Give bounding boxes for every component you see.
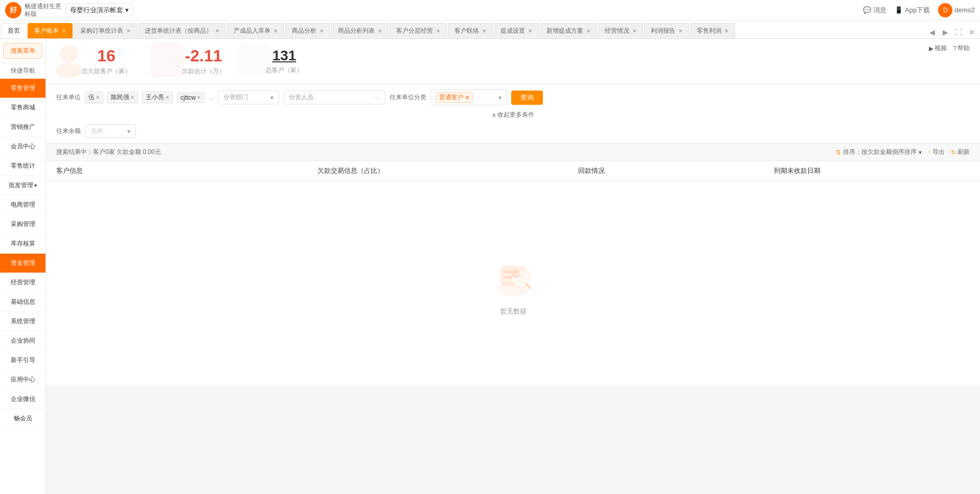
collapse-row: ∧ 收起更多条件 [56,108,970,121]
tab-close-all-button[interactable]: ✕ [966,26,978,38]
tab-product-instock[interactable]: 产成品入库单 ✕ [227,23,284,38]
col-header-customer-info: 客户信息 [56,166,317,175]
tab-profit-report[interactable]: 利润报告 ✕ [644,23,689,38]
help-button[interactable]: ? 帮助 [953,44,970,53]
tag-close-wu[interactable]: ✕ [96,95,100,100]
tab-customer-contact[interactable]: 客户联络 ✕ [448,23,493,38]
message-icon: 💬 [863,6,871,14]
tab-boost-settings[interactable]: 提成设置 ✕ [494,23,539,38]
result-bar: 搜索结果中：客户0家 欠款金额 0.00元 ⇅ 排序：按欠款金额倒序排序 ▾ ↑… [46,144,980,161]
logo-icon: 好 [5,2,21,18]
sidebar-item-vip-member[interactable]: 畅会员 [0,409,45,429]
svg-rect-4 [237,48,275,75]
tab-scroll-right-button[interactable]: ▶ [939,26,951,38]
customers-bg-icon [51,42,87,78]
tab-close-icon[interactable]: ✕ [586,28,590,34]
sidebar-item-retail-mall[interactable]: 零售商城 [0,98,45,118]
avatar: D [938,3,952,17]
tab-close-icon[interactable]: ✕ [632,28,636,34]
collapse-button[interactable]: ∧ 收起更多条件 [488,108,538,121]
classify-tag-normal: 普通客户 ✕ [436,92,473,103]
sidebar-item-operations[interactable]: 经营管理 [0,273,45,293]
sidebar-item-member-center[interactable]: 会员中心 [0,137,45,156]
refresh-button[interactable]: ↻ 刷新 [951,148,970,156]
chevron-down-icon: ▾ [919,149,922,156]
table-body: 暂无数据 [46,181,980,386]
filter-row-2: 往来余额 选择... ▾ [56,124,970,138]
tab-close-icon[interactable]: ✕ [528,28,532,34]
tab-purchase-orders[interactable]: 采购订单统计表 ✕ [74,23,137,38]
balance-filter-label: 往来余额 [56,127,81,136]
tab-close-icon[interactable]: ✕ [482,28,486,34]
balance-select-dropdown[interactable]: 选择... ▾ [85,124,136,138]
tab-close-icon[interactable]: ✕ [274,28,278,34]
result-summary: 搜索结果中：客户0家 欠款金额 0.00元 [56,148,161,156]
tab-close-icon[interactable]: ✕ [378,28,382,34]
sidebar-item-retail-mgmt[interactable]: 零售管理 [0,79,45,98]
sidebar-item-retail-stats[interactable]: 零售统计 [0,156,45,176]
stat-amount-block: ¥ -2.11 欠款合计（万） [162,47,245,76]
filter-tag-chen: 陈民强 ✕ [107,92,138,103]
tab-customer-segment[interactable]: 客户分层经营 ✕ [390,23,447,38]
tab-close-icon[interactable]: ✕ [215,28,219,34]
sidebar-search-button[interactable]: 搜索菜单 [3,43,42,59]
chevron-up-icon: ∧ [492,111,496,119]
sort-selector[interactable]: ⇅ 排序：按欠款金额倒序排序 ▾ [836,148,922,156]
message-button[interactable]: 💬 消息 [863,6,886,15]
sidebar-item-purchase-mgmt[interactable]: 采购管理 [0,215,45,234]
tag-close-classify[interactable]: ✕ [465,94,470,101]
dept-filter-dropdown[interactable]: 分管部门 ▾ [218,91,279,104]
sidebar-quick-nav[interactable]: 快捷导航 [0,63,45,79]
content-area: 16 总欠款客户（家） ¥ -2.11 欠款合计（万） [46,39,980,494]
sidebar-item-new-guide[interactable]: 新手引导 [0,351,45,370]
tab-retail-profit[interactable]: 零售利润 ✕ [690,23,735,38]
tab-new-boost[interactable]: 新增提成方案 ✕ [540,23,597,38]
tab-scroll-left-button[interactable]: ◀ [926,26,938,38]
manager-filter-dropdown[interactable]: 分管人员 ··· [283,91,385,104]
tag-close-wang[interactable]: ✕ [165,95,169,100]
video-help-button[interactable]: ▶ 视频 [929,44,947,53]
sidebar-item-inventory[interactable]: 库存核算 [0,234,45,254]
chevron-down-icon: ▾ [125,6,129,14]
classify-filter-dropdown[interactable]: 普通客户 ✕ ▾ [430,89,507,105]
tab-goods-analysis-list[interactable]: 商品分析列表 ✕ [331,23,389,38]
app-download-button[interactable]: 📱 App下载 [895,6,930,15]
tab-close-icon[interactable]: ✕ [724,28,728,34]
workspace-selector[interactable]: 母婴行业演示帐套 ▾ [65,3,133,17]
sidebar-item-basic-info[interactable]: 基础信息 [0,293,45,312]
table-container: 客户信息 欠款交易信息（占比） 回款情况 到期未收款日期 [46,161,980,386]
tab-operation[interactable]: 经营情况 ✕ [598,23,643,38]
tab-home[interactable]: 首页 [1,23,27,38]
tag-close-chen[interactable]: ✕ [130,95,134,100]
tab-close-icon[interactable]: ✕ [320,28,324,34]
main-layout: 搜索菜单 快捷导航 零售管理 零售商城 营销推广 会员中心 零售统计 批发管理 … [0,39,980,494]
sidebar-item-app-center[interactable]: 应用中心 [0,370,45,390]
tab-close-icon[interactable]: ✕ [436,28,440,34]
svg-point-0 [60,45,78,63]
tag-close-cjttcw[interactable]: ✕ [197,95,201,100]
sidebar-item-enterprise-wechat[interactable]: 企业微信 [0,390,45,409]
sidebar-item-finance-mgmt[interactable]: 资金管理 [0,254,45,273]
empty-illustration [488,251,539,302]
sidebar-item-batch-mgmt[interactable]: 批发管理 ▾ [0,176,45,195]
empty-state: 暂无数据 [488,220,539,347]
tab-customers[interactable]: 客户账本 ✕ [28,23,73,38]
tab-navigation: 首页 客户账本 ✕ 采购订单统计表 ✕ 进货单统计表（按商品） ✕ 产成品入库单… [0,20,980,39]
tab-expand-button[interactable]: ⛶ [952,26,965,38]
more-icon: ··· [375,94,380,101]
tab-goods-analysis[interactable]: 商品分析 ✕ [285,23,330,38]
sidebar-item-marketing[interactable]: 营销推广 [0,118,45,137]
query-button[interactable]: 查询 [511,91,543,105]
tab-close-icon[interactable]: ✕ [62,28,66,34]
sidebar-item-ecommerce[interactable]: 电商管理 [0,195,45,215]
filter-more-tags[interactable]: ... [209,94,214,101]
export-button[interactable]: ↑ 导出 [928,148,945,156]
tab-close-icon[interactable]: ✕ [126,28,130,34]
sidebar-item-enterprise-coop[interactable]: 企业协同 [0,331,45,351]
sidebar-search-area: 搜索菜单 [0,39,45,63]
tab-close-icon[interactable]: ✕ [678,28,682,34]
sidebar-item-system-mgmt[interactable]: 系统管理 [0,312,45,331]
user-menu[interactable]: D demo2 [938,3,975,17]
tab-instock-stats[interactable]: 进货单统计表（按商品） ✕ [138,23,226,38]
help-icon: ? [953,45,956,52]
